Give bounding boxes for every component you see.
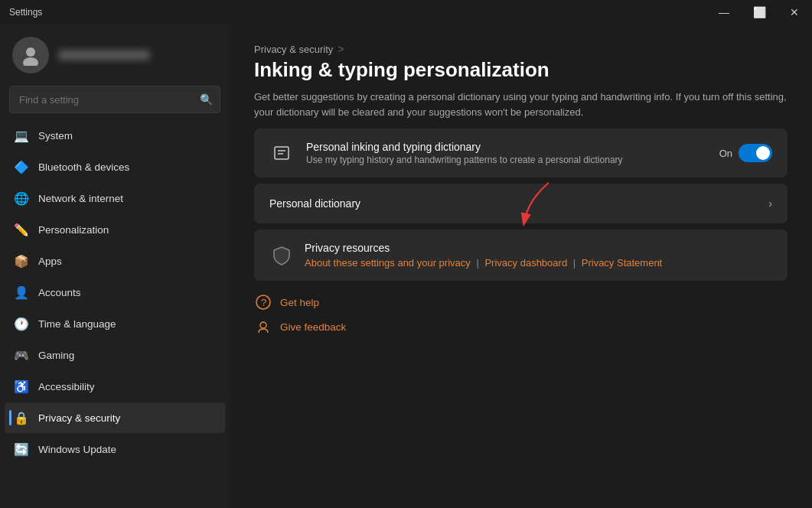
inking-card-title: Personal inking and typing dictionary (306, 141, 707, 153)
toggle-label: On (719, 148, 732, 159)
privacy-resources-row: Privacy resources About these settings a… (254, 230, 788, 281)
search-container: 🔍 (0, 80, 230, 119)
svg-point-0 (26, 47, 35, 57)
windows_update-icon: 🔄 (14, 441, 29, 457)
nav-list: 💻 System 🔷 Bluetooth & devices 🌐 Network… (0, 119, 230, 465)
give-feedback-link[interactable]: Give feedback (254, 318, 788, 336)
personalization-icon: ✏️ (14, 222, 29, 237)
sidebar-item-system[interactable]: 💻 System (5, 120, 225, 151)
bluetooth-icon: 🔷 (14, 159, 29, 174)
sidebar-label-gaming: Gaming (38, 350, 216, 361)
sidebar-label-system: System (38, 130, 216, 142)
sidebar-label-apps: Apps (38, 256, 216, 267)
privacy-about-link[interactable]: About these settings and your privacy (305, 257, 471, 269)
inking-card-text: Personal inking and typing dictionary Us… (306, 141, 707, 165)
page-title: Inking & typing personalization (254, 58, 788, 82)
accessibility-icon: ♿ (14, 379, 29, 394)
chevron-right-icon: › (768, 197, 772, 210)
breadcrumb-privacy-security[interactable]: Privacy & security (254, 44, 333, 55)
titlebar-controls: — ⬜ ✕ (706, 0, 812, 24)
sidebar-item-bluetooth[interactable]: 🔷 Bluetooth & devices (5, 151, 225, 182)
sidebar-item-windows_update[interactable]: 🔄 Windows Update (5, 434, 225, 464)
personal-dict-card: Personal dictionary › (254, 184, 788, 223)
help-icon: ? (254, 293, 272, 311)
privacy-shield-icon (269, 243, 294, 268)
svg-point-1 (23, 57, 38, 66)
user-profile (0, 24, 230, 80)
inking-card-row: Personal inking and typing dictionary Us… (254, 129, 788, 177)
toggle-container: On (719, 144, 772, 162)
sidebar-item-accounts[interactable]: 👤 Accounts (5, 277, 225, 308)
search-input[interactable] (9, 86, 220, 113)
get-help-link[interactable]: ? Get help (254, 293, 788, 311)
apps-icon: 📦 (14, 253, 29, 269)
search-icon: 🔍 (200, 93, 213, 106)
sidebar-label-windows_update: Windows Update (38, 444, 216, 455)
privacy-content: Privacy resources About these settings a… (305, 242, 662, 269)
page-header: Privacy & security > Inking & typing per… (254, 43, 788, 119)
privacy-statement-link[interactable]: Privacy Statement (582, 257, 663, 269)
privacy-links: About these settings and your privacy | … (305, 257, 662, 269)
svg-rect-2 (275, 147, 289, 159)
system-icon: 💻 (14, 128, 29, 143)
sidebar-label-privacy: Privacy & security (38, 412, 216, 424)
sidebar-item-accessibility[interactable]: ♿ Accessibility (5, 371, 225, 402)
inking-icon (269, 141, 294, 165)
sidebar-label-network: Network & internet (38, 193, 216, 204)
sidebar-item-network[interactable]: 🌐 Network & internet (5, 183, 225, 213)
close-button[interactable]: ✕ (777, 0, 812, 24)
avatar (12, 37, 49, 73)
personal-dict-label: Personal dictionary (269, 197, 768, 210)
user-name (58, 50, 150, 60)
inking-card: Personal inking and typing dictionary Us… (254, 129, 788, 177)
bottom-links: ? Get help Give feedback (254, 293, 788, 336)
sidebar-label-personalization: Personalization (38, 224, 216, 236)
get-help-label: Get help (280, 297, 319, 308)
minimize-button[interactable]: — (706, 0, 742, 24)
give-feedback-label: Give feedback (280, 321, 346, 333)
privacy-icon: 🔒 (14, 410, 29, 425)
svg-point-8 (260, 322, 266, 328)
privacy-resources-card: Privacy resources About these settings a… (254, 230, 788, 281)
sidebar-item-personalization[interactable]: ✏️ Personalization (5, 214, 225, 245)
page-subtitle: Get better suggestions by creating a per… (254, 90, 788, 119)
sidebar-label-accessibility: Accessibility (38, 381, 216, 392)
breadcrumb-separator: > (338, 43, 344, 55)
breadcrumb: Privacy & security > (254, 43, 788, 55)
titlebar-title: Settings (9, 7, 42, 18)
privacy-dashboard-link[interactable]: Privacy dashboard (484, 257, 567, 269)
feedback-icon (254, 318, 272, 336)
accounts-icon: 👤 (14, 285, 29, 300)
sidebar-label-accounts: Accounts (38, 287, 216, 298)
inking-card-desc: Use my typing history and handwriting pa… (306, 155, 707, 165)
personal-dict-row[interactable]: Personal dictionary › (254, 184, 788, 223)
sidebar-label-time: Time & language (38, 318, 216, 330)
gaming-icon: 🎮 (14, 347, 29, 363)
maximize-button[interactable]: ⬜ (742, 0, 777, 24)
time-icon: 🕐 (14, 316, 29, 331)
sidebar-item-apps[interactable]: 📦 Apps (5, 246, 225, 276)
titlebar: Settings — ⬜ ✕ (0, 0, 812, 24)
network-icon: 🌐 (14, 190, 29, 206)
svg-text:?: ? (261, 297, 266, 308)
sidebar-item-privacy[interactable]: 🔒 Privacy & security (5, 402, 225, 433)
privacy-resources-title: Privacy resources (305, 242, 662, 254)
inking-toggle[interactable] (739, 144, 772, 162)
content-area: Privacy & security > Inking & typing per… (230, 24, 812, 508)
main-layout: 🔍 💻 System 🔷 Bluetooth & devices 🌐 Netwo… (0, 24, 812, 508)
sidebar: 🔍 💻 System 🔷 Bluetooth & devices 🌐 Netwo… (0, 24, 230, 508)
sidebar-label-bluetooth: Bluetooth & devices (38, 161, 216, 173)
sidebar-item-gaming[interactable]: 🎮 Gaming (5, 340, 225, 370)
sidebar-item-time[interactable]: 🕐 Time & language (5, 308, 225, 339)
